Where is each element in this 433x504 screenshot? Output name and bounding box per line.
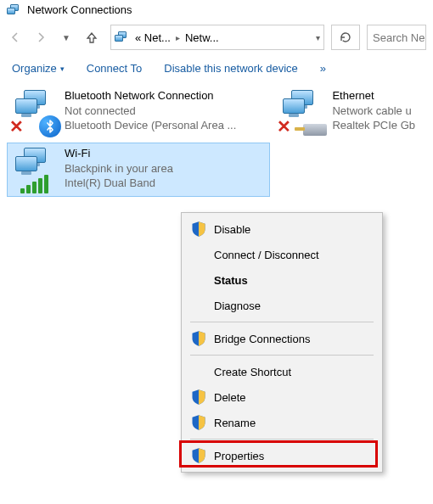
shield-icon: [190, 331, 207, 346]
search-input[interactable]: Search Ne: [367, 25, 426, 50]
nav-forward-button[interactable]: [29, 25, 53, 49]
titlebar: Network Connections: [0, 0, 433, 18]
menu-rename[interactable]: Rename: [183, 410, 380, 435]
address-bar[interactable]: « Net... ▸ Netw... ▾: [110, 25, 324, 50]
nav-up-button[interactable]: [80, 25, 104, 49]
bluetooth-network-icon: ✕: [12, 88, 59, 136]
wifi-signal-icon: [20, 175, 48, 193]
bluetooth-icon: [39, 115, 61, 137]
window-title: Network Connections: [27, 3, 132, 16]
menu-bridge-connections[interactable]: Bridge Connections: [183, 326, 380, 351]
connection-item-ethernet[interactable]: ✕ Ethernet Network cable u Realtek PCIe …: [274, 85, 426, 139]
connection-device: Intel(R) Dual Band: [65, 176, 173, 191]
breadcrumb-segment[interactable]: « Net...: [132, 31, 174, 44]
menu-separator: [190, 439, 374, 440]
overflow-button[interactable]: »: [320, 62, 326, 75]
shield-icon: [190, 448, 207, 463]
command-bar: Organize ▾ Connect To Disable this netwo…: [0, 57, 433, 81]
menu-delete[interactable]: Delete: [183, 384, 380, 410]
ethernet-network-icon: ✕: [279, 88, 327, 136]
menu-disable[interactable]: Disable: [183, 216, 380, 242]
wifi-network-icon: [12, 146, 59, 193]
ethernet-plug-icon: [303, 124, 327, 136]
shield-icon: [190, 221, 207, 237]
network-connections-icon: [7, 4, 22, 16]
menu-separator: [190, 355, 374, 356]
nav-back-button[interactable]: [3, 25, 27, 49]
organize-menu[interactable]: Organize ▾: [12, 62, 65, 75]
chevron-right-icon[interactable]: ▸: [176, 33, 180, 42]
chevron-down-icon[interactable]: ▾: [316, 33, 320, 42]
address-icon: [115, 31, 130, 43]
menu-status[interactable]: Status: [183, 267, 380, 293]
connection-status: Network cable u: [332, 104, 415, 119]
search-placeholder: Search Ne: [373, 31, 425, 44]
content-area: ✕ Bluetooth Network Connection Not conne…: [0, 81, 433, 200]
nav-recent-button[interactable]: ▼: [54, 25, 78, 49]
menu-diagnose[interactable]: Diagnose: [183, 293, 380, 318]
connection-device: Realtek PCIe Gb: [332, 118, 415, 133]
navbar: ▼ « Net... ▸ Netw... ▾ Search Ne: [0, 18, 433, 57]
menu-connect-disconnect[interactable]: Connect / Disconnect: [183, 242, 380, 267]
connection-status: Blackpink in your area: [65, 161, 173, 176]
connection-name: Ethernet: [332, 88, 415, 104]
shield-icon: [190, 415, 207, 430]
refresh-button[interactable]: [331, 25, 360, 50]
connection-name: Bluetooth Network Connection: [65, 88, 236, 104]
context-menu: Disable Connect / Disconnect Status Diag…: [181, 212, 383, 473]
disconnected-x-icon: ✕: [277, 116, 291, 137]
connection-name: Wi-Fi: [65, 146, 173, 161]
connection-status: Not connected: [65, 104, 236, 119]
menu-separator: [190, 322, 374, 322]
connect-to-button[interactable]: Connect To: [87, 62, 143, 75]
connection-item-bluetooth[interactable]: ✕ Bluetooth Network Connection Not conne…: [7, 85, 267, 139]
breadcrumb-segment[interactable]: Netw...: [182, 31, 222, 44]
disconnected-x-icon: ✕: [9, 116, 24, 137]
disable-device-button[interactable]: Disable this network device: [164, 62, 298, 75]
chevron-down-icon: ▾: [60, 64, 65, 73]
menu-create-shortcut[interactable]: Create Shortcut: [183, 359, 380, 384]
shield-icon: [190, 389, 207, 405]
menu-properties[interactable]: Properties: [183, 443, 380, 468]
connection-item-wifi[interactable]: Wi-Fi Blackpink in your area Intel(R) Du…: [7, 143, 270, 197]
connection-device: Bluetooth Device (Personal Area ...: [65, 118, 236, 133]
